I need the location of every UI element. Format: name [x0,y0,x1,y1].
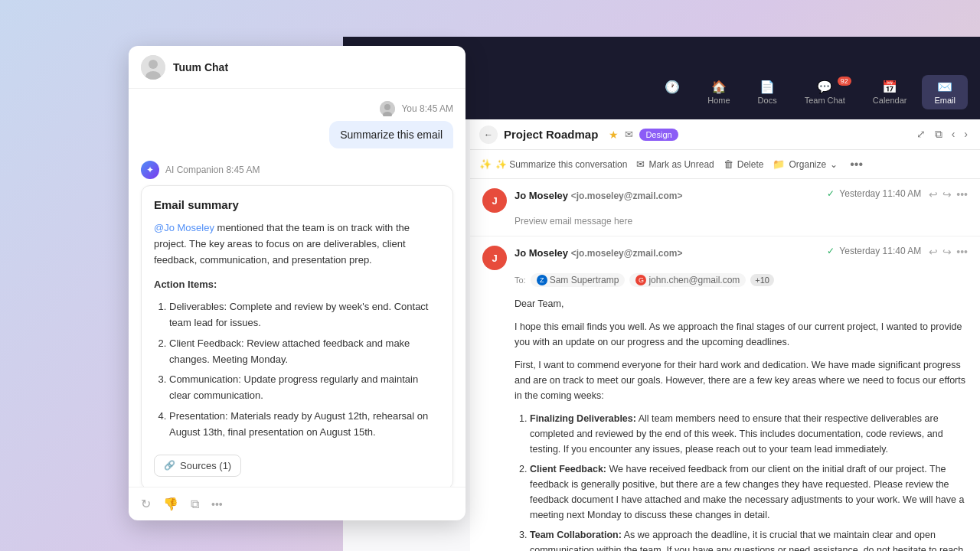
ai-card-title: Email summary [154,198,440,211]
sources-button[interactable]: 🔗 Sources (1) [154,455,241,477]
email-to-line: To: Z Sam Supertramp G john.chen@gmail.c… [514,273,968,287]
timestamp-2: Yesterday 11:40 AM [839,246,921,256]
recipients-plus-count: +10 [750,274,774,286]
more-icon-2[interactable]: ••• [956,246,968,258]
recipient-2: G john.chen@gmail.com [629,273,746,287]
nav-tab-calendar[interactable]: 📅 Calendar [861,75,920,109]
recipient-icon-2: G [635,275,646,285]
nav-tab-docs[interactable]: 📄 Docs [746,75,789,109]
email-item-2: Client Feedback: We have received feedba… [530,461,968,523]
home-icon: 🏠 [711,80,727,94]
sender-info-1: Jo Moseley <jo.moseley@zmail.com> [514,188,819,202]
email-greeting: Dear Team, [514,296,968,311]
prev-icon[interactable]: ‹ [949,126,959,142]
delete-button[interactable]: 🗑 Delete [724,158,764,170]
user-avatar [380,101,395,116]
to-label: To: [514,276,526,285]
chat-avatar [141,55,165,80]
more-icon-1[interactable]: ••• [956,188,968,201]
email-action-icons-1: ↩ ↪ ••• [929,188,968,201]
more-actions-icon[interactable]: ••• [211,498,223,510]
mark-unread-button[interactable]: ✉ Mark as Unread [636,158,714,170]
recipient-1: Z Sam Supertramp [531,273,626,287]
user-message: You 8:45 AM Summarize this email [141,101,453,148]
trash-icon: 🗑 [724,158,733,170]
ai-message-meta: ✦ AI Companion 8:45 AM [141,161,453,179]
email-action-bar: ✨ ✨ Summarize this conversation ✉ Mark a… [470,150,980,179]
ai-companion-icon: ✦ [141,161,159,179]
email-message-1[interactable]: J Jo Moseley <jo.moseley@zmail.com> ✓ Ye… [470,179,980,236]
ai-card-body: @Jo Moseley mentioned that the team is o… [154,220,440,477]
email-meta-2: ✓ Yesterday 11:40 AM [827,246,921,256]
ai-mention: @Jo Moseley [154,222,214,233]
next-icon[interactable]: › [961,126,971,142]
nav-tab-email[interactable]: ✉️ Email [922,75,968,109]
reply-icon-2[interactable]: ↩ [929,246,938,258]
ai-name-time: AI Companion 8:45 AM [165,165,260,175]
regenerate-icon[interactable]: ↻ [141,497,151,511]
team-chat-icon: 💬 [817,80,832,94]
email-para-2: First, I want to commend everyone for th… [514,357,968,403]
chat-action-bar: ↻ 👎 ⧉ ••• [129,487,466,520]
chat-panel: Tuum Chat You 8:45 AM [129,46,466,520]
ai-message: ✦ AI Companion 8:45 AM Email summary @Jo… [141,161,453,487]
history-icon: 🕐 [665,80,680,94]
docs-label: Docs [758,96,777,105]
organize-button[interactable]: 📁 Organize ⌄ [773,158,838,170]
ai-action-item-3: Communication: Update progress regularly… [169,372,440,404]
email-design-tag[interactable]: Design [639,129,678,141]
nav-tab-home[interactable]: 🏠 Home [695,75,742,109]
timestamp-1: Yesterday 11:40 AM [839,188,921,199]
ai-action-item-1: Deliverables: Complete and review by wee… [169,299,440,331]
email-label: Email [934,96,956,105]
reply-icon-1[interactable]: ↩ [929,188,938,201]
email-toolbar: ← Project Roadmap ★ ✉ Design ⤢ ⧉ ‹ › [470,119,980,150]
forward-icon-2[interactable]: ↪ [942,246,952,258]
calendar-label: Calendar [873,96,907,105]
expand-icon[interactable]: ⤢ [913,126,929,142]
calendar-icon: 📅 [882,80,897,94]
summarize-conversation-button[interactable]: ✨ ✨ Summarize this conversation [479,158,627,170]
verified-icon-2: ✓ [827,246,835,256]
svg-point-1 [149,60,158,69]
nav-tab-team-chat[interactable]: 92 💬 Team Chat [792,75,858,109]
sparkle-icon: ✨ [479,158,492,170]
ai-action-item-4: Presentation: Materials ready by August … [169,409,440,441]
external-icon[interactable]: ⧉ [932,126,946,142]
nav-tabs: 🕐 🏠 Home 📄 Docs 92 💬 Team Chat 📅 Calenda… [652,75,968,109]
home-label: Home [707,96,730,105]
chat-title: Tuum Chat [173,61,228,73]
email-envelope-icon: ✉ [625,129,633,140]
email-nav-buttons: ⤢ ⧉ ‹ › [913,126,971,142]
ai-action-list: Deliverables: Complete and review by wee… [169,299,440,440]
envelope-icon: ✉ [636,158,645,170]
delete-label: Delete [737,159,764,170]
email-item-3: Team Collaboration: As we approach the d… [530,527,968,551]
forward-icon-1[interactable]: ↪ [942,188,952,201]
email-back-button[interactable]: ← [479,126,498,144]
email-title: Project Roadmap [504,128,598,141]
nav-tab-history[interactable]: 🕐 [652,75,692,109]
app-container: zoom 🔍 Search ⌘F 🕐 🏠 Home 📄 Docs [0,0,980,551]
thumbs-down-icon[interactable]: 👎 [163,497,178,511]
email-preview-1: Preview email message here [514,216,968,227]
copy-icon[interactable]: ⧉ [191,497,199,511]
email-body: Dear Team, I hope this email finds you w… [514,296,968,551]
more-options-icon[interactable]: ••• [850,158,863,171]
email-para-1: I hope this email finds you well. As we … [514,319,968,350]
team-chat-badge: 92 [838,77,851,86]
sender-info-2: Jo Moseley <jo.moseley@zmail.com> [514,246,819,259]
email-content[interactable]: J Jo Moseley <jo.moseley@zmail.com> ✓ Ye… [470,179,980,551]
sender-name-1: Jo Moseley <jo.moseley@zmail.com> [514,190,682,201]
user-message-bubble: Summarize this email [329,121,453,148]
verified-icon-1: ✓ [827,188,835,199]
folder-icon: 📁 [773,158,785,170]
organize-chevron: ⌄ [830,159,838,170]
user-message-meta: You 8:45 AM [380,101,453,116]
email-message-2[interactable]: J Jo Moseley <jo.moseley@zmail.com> ✓ Ye… [470,236,980,551]
organize-label: Organize [789,159,826,170]
team-chat-label: Team Chat [805,96,845,105]
email-star-icon[interactable]: ★ [609,129,619,141]
summarize-label: ✨ Summarize this conversation [495,159,627,170]
ai-action-items-label: Action Items: [154,277,440,293]
